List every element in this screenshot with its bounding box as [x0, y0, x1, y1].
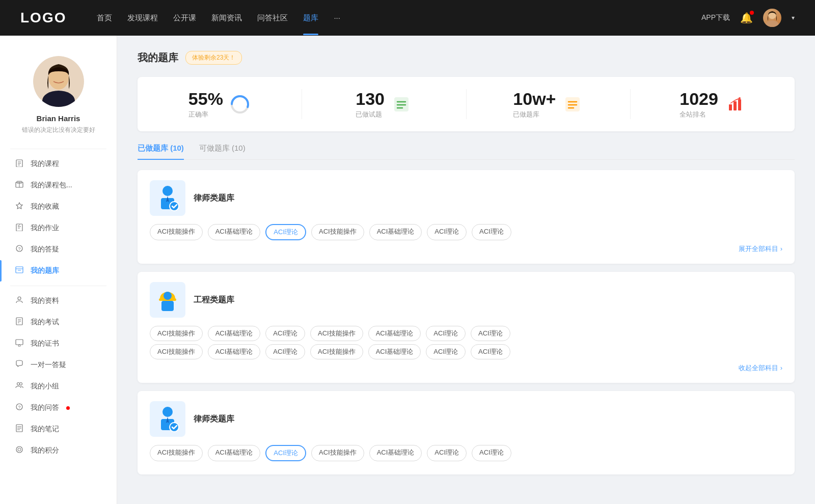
sidebar-item-profile[interactable]: 我的资料: [0, 290, 117, 312]
tag[interactable]: ACI基础理论: [208, 224, 261, 240]
tag[interactable]: ACI技能操作: [150, 445, 203, 461]
avatar[interactable]: [763, 9, 781, 27]
tag[interactable]: ACI基础理论: [208, 445, 261, 461]
homework-icon: [14, 223, 24, 233]
nav-home[interactable]: 首页: [97, 11, 112, 25]
questions-icon: ?: [14, 244, 24, 255]
sidebar-label: 我的收藏: [31, 202, 59, 211]
tag[interactable]: ACI理论: [472, 224, 511, 240]
tag[interactable]: ACI理论: [265, 326, 305, 341]
nav-more[interactable]: ···: [334, 11, 340, 25]
tag[interactable]: ACI理论: [472, 445, 511, 461]
sidebar-item-one-on-one[interactable]: 一对一答疑: [0, 354, 117, 376]
svg-point-59: [162, 407, 173, 417]
stat-done-banks-value: 10w+: [513, 89, 556, 109]
svg-rect-50: [734, 101, 737, 110]
tag-active[interactable]: ACI理论: [265, 224, 306, 240]
tags-row-2-0: ACI技能操作 ACI基础理论 ACI理论 ACI技能操作 ACI基础理论 AC…: [150, 326, 782, 341]
tag[interactable]: ACI基础理论: [208, 344, 261, 359]
category-title-3: 律师类题库: [194, 414, 234, 425]
tag[interactable]: ACI基础理论: [368, 344, 421, 359]
category-header-3: 律师类题库: [150, 401, 782, 437]
tag[interactable]: ACI基础理论: [369, 445, 422, 461]
page-title-row: 我的题库 体验剩余23天！: [138, 51, 795, 65]
collapse-link-2[interactable]: 收起全部科目 ›: [150, 363, 782, 373]
tag[interactable]: ACI理论: [427, 445, 467, 461]
bell-notification-dot: [750, 11, 754, 15]
svg-point-29: [17, 383, 20, 385]
list-orange-icon: [562, 94, 583, 115]
one-on-one-icon: [14, 360, 24, 370]
nav-open-course[interactable]: 公开课: [173, 11, 196, 25]
stat-done-questions-label: 已做试题: [356, 110, 385, 119]
stat-rank: 1029 全站排名: [631, 89, 795, 119]
svg-point-61: [170, 423, 179, 432]
sidebar-item-my-courses[interactable]: 我的课程: [0, 153, 117, 175]
tag[interactable]: ACI基础理论: [368, 326, 421, 341]
tag[interactable]: ACI理论: [426, 344, 466, 359]
stat-done-banks-label: 已做题库: [513, 110, 556, 119]
nav-discover[interactable]: 发现课程: [127, 11, 158, 25]
tag[interactable]: ACI基础理论: [369, 224, 422, 240]
sidebar-label: 我的考试: [31, 318, 59, 327]
sidebar-item-groups[interactable]: 我的小组: [0, 376, 117, 397]
bell-icon[interactable]: 🔔: [740, 12, 753, 24]
sidebar-item-notes[interactable]: 我的笔记: [0, 418, 117, 440]
svg-point-55: [170, 202, 179, 211]
sidebar-item-certificates[interactable]: 我的证书: [0, 333, 117, 354]
profile-motto: 错误的决定比没有决定要好: [22, 126, 95, 134]
tag[interactable]: ACI技能操作: [310, 326, 363, 341]
nav-quiz[interactable]: 题库: [303, 11, 318, 25]
sidebar-item-quiz-bank[interactable]: 我的题库: [0, 260, 117, 282]
sidebar-item-course-package[interactable]: 我的课程包...: [0, 175, 117, 196]
sidebar-item-points[interactable]: 我的积分: [0, 440, 117, 461]
stat-accuracy: 55% 正确率: [138, 89, 302, 119]
tag[interactable]: ACI理论: [265, 344, 305, 359]
tag[interactable]: ACI理论: [427, 224, 467, 240]
favorites-icon: [14, 202, 24, 212]
notes-icon: [14, 424, 24, 434]
expand-link-1[interactable]: 展开全部科目 ›: [150, 244, 782, 254]
sidebar-item-homework[interactable]: 我的作业: [0, 217, 117, 239]
sidebar-label: 一对一答疑: [31, 360, 66, 370]
app-download-button[interactable]: APP下载: [701, 13, 730, 22]
points-icon: [14, 445, 24, 456]
tag[interactable]: ACI理论: [471, 326, 510, 341]
tag[interactable]: ACI技能操作: [150, 344, 203, 359]
nav-qa[interactable]: 问答社区: [257, 11, 288, 25]
tag-active[interactable]: ACI理论: [265, 445, 306, 461]
tag[interactable]: ACI技能操作: [311, 445, 364, 461]
sidebar-item-my-qa[interactable]: ? 我的问答: [0, 397, 117, 418]
category-card-1: 律师类题库 ACI技能操作 ACI基础理论 ACI理论 ACI技能操作 ACI基…: [138, 170, 795, 264]
sidebar-label: 我的作业: [31, 223, 59, 233]
sidebar-item-exams[interactable]: 我的考试: [0, 312, 117, 333]
list-green-icon: [391, 94, 412, 115]
tag[interactable]: ACI技能操作: [150, 224, 203, 240]
main-content: 我的题库 体验剩余23天！ 55% 正确率: [117, 36, 815, 504]
user-menu-caret[interactable]: ▾: [792, 14, 795, 21]
tag[interactable]: ACI技能操作: [150, 326, 203, 341]
category-card-3: 律师类题库 ACI技能操作 ACI基础理论 ACI理论 ACI技能操作 ACI基…: [138, 391, 795, 474]
trial-badge: 体验剩余23天！: [185, 51, 242, 65]
navbar: LOGO 首页 发现课程 公开课 新闻资讯 问答社区 题库 ··· APP下载 …: [0, 0, 815, 36]
certificates-icon: [14, 339, 24, 349]
tags-row-1-0: ACI技能操作 ACI基础理论 ACI理论 ACI技能操作 ACI基础理论 AC…: [150, 224, 782, 240]
tab-done-banks[interactable]: 已做题库 (10): [138, 144, 184, 159]
tag[interactable]: ACI基础理论: [208, 326, 261, 341]
svg-point-38: [18, 448, 21, 451]
tag[interactable]: ACI技能操作: [311, 224, 364, 240]
nav-news[interactable]: 新闻资讯: [211, 11, 242, 25]
category-title-2: 工程类题库: [194, 295, 234, 305]
svg-rect-19: [16, 267, 23, 273]
tag[interactable]: ACI技能操作: [310, 344, 363, 359]
sidebar-profile: Brian Harris 错误的决定比没有决定要好: [0, 36, 117, 145]
category-card-2: 工程类题库 ACI技能操作 ACI基础理论 ACI理论 ACI技能操作 ACI基…: [138, 272, 795, 383]
tag[interactable]: ACI理论: [426, 326, 466, 341]
groups-icon: [14, 381, 24, 391]
sidebar-item-favorites[interactable]: 我的收藏: [0, 196, 117, 217]
sidebar-item-questions[interactable]: ? 我的答疑: [0, 239, 117, 260]
svg-rect-27: [16, 340, 23, 345]
svg-rect-51: [738, 99, 741, 110]
tag[interactable]: ACI理论: [471, 344, 510, 359]
tab-available-banks[interactable]: 可做题库 (10): [199, 144, 246, 159]
